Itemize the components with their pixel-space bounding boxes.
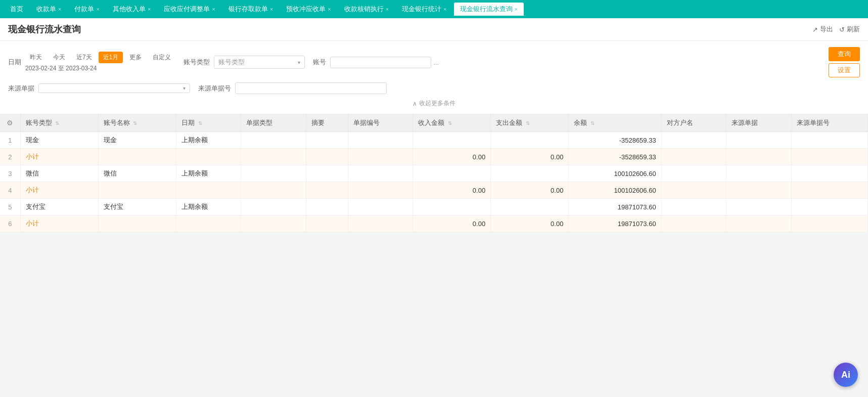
table-body: 1现金现金上期余额-3528659.332小计0.000.00-3528659.… [0,132,868,232]
table-cell-doc_type [241,215,306,232]
th-balance: 余额 ⇅ [569,114,661,132]
table-cell-counterparty [661,149,726,165]
account-more-btn[interactable]: ... [433,59,439,66]
table-cell-source_doc [726,199,791,215]
account-label: 账号 [313,58,326,67]
table-cell-source_doc_no [791,199,867,215]
table-cell-account_type: 现金 [20,132,98,149]
nav-home[interactable]: 首页 [4,3,29,16]
account-type-select[interactable]: 账号类型 ▾ [214,56,305,69]
th-account-type: 账号类型 ⇅ [20,114,98,132]
table-cell-summary [306,149,348,165]
table-cell-doc_type [241,182,306,199]
table-cell-income [413,132,490,149]
refresh-icon: ↺ [839,26,845,33]
account-type-filter-group: 账号类型 账号类型 ▾ [184,56,305,69]
table-cell-balance: 19871073.60 [569,199,661,215]
table-header-row: ⚙ 账号类型 ⇅ 账号名称 ⇅ 日期 ⇅ 单据类型 摘要 单据编号 [0,114,868,132]
filter-row-2: 来源单据 ▾ 来源单据号 [8,82,860,94]
table-cell-source_doc [726,182,791,199]
setting-button[interactable]: 设置 [829,63,860,77]
account-filter-group: 账号 ... [313,57,439,68]
table-cell-account_name [98,182,176,199]
close-icon[interactable]: × [212,6,215,12]
table-cell-expense: 0.00 [491,215,569,232]
collapse-up-icon: ∧ [413,100,417,107]
nav-other-income[interactable]: 其他收入单 × [107,3,157,16]
table-cell-income [413,199,490,215]
close-icon[interactable]: × [515,6,518,12]
sort-icon[interactable]: ⇅ [448,120,452,126]
close-icon[interactable]: × [58,6,61,12]
date-btn-yesterday[interactable]: 昨天 [25,52,47,63]
filter-area: 日期 昨天 今天 近7天 近1月 更多 自定义 2023-02-24 至 202… [0,41,868,114]
nav-cash-bank-flow[interactable]: 现金银行流水查询 × [454,3,524,16]
table-cell-doc_no [348,182,413,199]
account-type-label: 账号类型 [184,58,210,67]
table-cell-source_doc_no [791,149,867,165]
table-cell-balance: -3528659.33 [569,149,661,165]
close-icon[interactable]: × [443,6,446,12]
source-doc-no-input-wrap [235,82,387,94]
table-cell-index: 1 [0,132,20,149]
close-icon[interactable]: × [270,6,273,12]
table-cell-income: 0.00 [413,215,490,232]
table-cell-income: 0.00 [413,149,490,165]
table-cell-summary [306,165,348,182]
table-cell-source_doc [726,215,791,232]
th-doc-no: 单据编号 [348,114,413,132]
table-cell-expense [491,132,569,149]
sort-icon[interactable]: ⇅ [590,120,595,126]
date-btn-more[interactable]: 更多 [125,52,146,63]
close-icon[interactable]: × [96,6,99,12]
sort-icon[interactable]: ⇅ [198,120,202,126]
th-counterparty: 对方户名 [661,114,726,132]
filter-row-1: 日期 昨天 今天 近7天 近1月 更多 自定义 2023-02-24 至 202… [8,47,860,77]
table-cell-doc_no [348,149,413,165]
table-cell-doc_type [241,132,306,149]
refresh-button[interactable]: ↺ 刷新 [839,25,860,34]
source-doc-no-input[interactable] [240,84,382,92]
th-expense: 支出金额 ⇅ [491,114,569,132]
date-btn-7days[interactable]: 近7天 [72,52,97,63]
nav-payment[interactable]: 付款单 × [68,3,105,16]
nav-receipt[interactable]: 收款单 × [30,3,67,16]
th-date: 日期 ⇅ [176,114,241,132]
nav-advance-offset[interactable]: 预收冲应收单 × [280,3,337,16]
nav-ar-ap-adjust[interactable]: 应收应付调整单 × [158,3,221,16]
nav-cash-bank-stats[interactable]: 现金银行统计 × [396,3,452,16]
table-cell-doc_no [348,199,413,215]
sort-icon[interactable]: ⇅ [133,120,137,126]
close-icon[interactable]: × [386,6,389,12]
sort-icon[interactable]: ⇅ [526,120,530,126]
query-button[interactable]: 查询 [829,47,860,61]
table-row: 1现金现金上期余额-3528659.33 [0,132,868,149]
source-doc-label: 来源单据 [8,84,34,93]
table-cell-index: 6 [0,215,20,232]
close-icon[interactable]: × [148,6,151,12]
table-cell-income [413,165,490,182]
table-cell-source_doc [726,165,791,182]
table-cell-counterparty [661,215,726,232]
date-btn-today[interactable]: 今天 [49,52,70,63]
date-filter-group: 日期 昨天 今天 近7天 近1月 更多 自定义 2023-02-24 至 202… [8,52,175,73]
date-btn-custom[interactable]: 自定义 [148,52,175,63]
source-doc-select[interactable]: ▾ [38,83,190,93]
export-button[interactable]: ↗ 导出 [812,25,833,34]
source-doc-no-label: 来源单据号 [198,84,231,93]
date-btn-1month[interactable]: 近1月 [99,52,123,63]
collapse-bar[interactable]: ∧ 收起更多条件 [8,99,860,108]
sort-icon[interactable]: ⇅ [55,120,59,126]
account-input[interactable] [335,59,427,66]
table-cell-doc_no [348,215,413,232]
table-cell-expense [491,165,569,182]
close-icon[interactable]: × [328,6,331,12]
table-cell-balance: 100102606.60 [569,165,661,182]
nav-bank-deposit[interactable]: 银行存取款单 × [222,3,279,16]
nav-receipt-exec[interactable]: 收款核销执行 × [338,3,395,16]
table-cell-summary [306,182,348,199]
source-doc-no-filter-group: 来源单据号 [198,82,387,94]
table-wrap: ⚙ 账号类型 ⇅ 账号名称 ⇅ 日期 ⇅ 单据类型 摘要 单据编号 [0,114,868,232]
table-cell-date [176,215,241,232]
settings-icon[interactable]: ⚙ [7,119,13,127]
